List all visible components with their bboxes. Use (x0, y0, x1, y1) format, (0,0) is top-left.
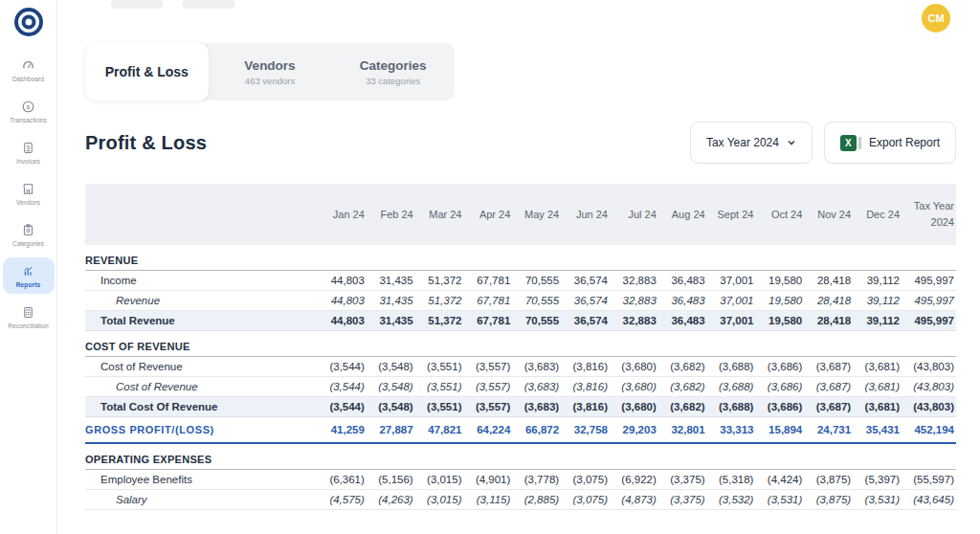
row-value: (3,548) (367, 377, 415, 397)
table-row[interactable]: Income44,80331,43551,37267,78170,55536,5… (85, 271, 956, 291)
tab-subtitle: 33 categories (366, 76, 420, 86)
row-value: 28,418 (804, 311, 853, 331)
sidebar-item-label: Categories (12, 240, 44, 247)
row-value: 19,580 (755, 311, 804, 331)
profit-loss-table: Jan 24Feb 24Mar 24Apr 24May 24Jun 24Jul … (85, 184, 956, 510)
row-value: 36,483 (658, 271, 707, 291)
row-value: (3,816) (561, 357, 610, 377)
row-value: (3,875) (804, 490, 853, 510)
sidebar-item-label: Transactions (10, 117, 47, 123)
top-blurred-pill (111, 0, 163, 9)
avatar[interactable]: CM (922, 4, 950, 33)
row-value: (3,778) (512, 470, 561, 490)
tab-title: Vendors (244, 58, 295, 73)
row-value: 70,555 (512, 271, 561, 291)
row-value (755, 245, 804, 271)
row-value (610, 443, 658, 470)
sidebar-item-reconciliation[interactable]: Reconciliation (3, 299, 55, 335)
table-column-header: Jan 24 (318, 184, 367, 245)
export-report-button[interactable]: X Export Report (824, 122, 956, 164)
tab-title: Profit & Loss (105, 64, 189, 79)
row-value: 32,883 (610, 311, 658, 331)
row-value: 15,894 (755, 417, 804, 444)
row-value (902, 331, 956, 357)
row-value: (4,575) (318, 490, 367, 510)
app-logo-icon (12, 6, 45, 38)
table-row[interactable]: Salary(4,575)(4,263)(3,015)(3,115)(2,885… (85, 490, 956, 510)
tax-year-dropdown[interactable]: Tax Year 2024 (690, 122, 813, 164)
tax-year-dropdown-label: Tax Year 2024 (706, 136, 779, 149)
row-label: Employee Benefits (85, 470, 318, 490)
sidebar-item-invoices[interactable]: $ Invoices (3, 134, 55, 170)
row-label: Salary (85, 490, 318, 510)
sidebar-item-vendors[interactable]: Vendors (3, 175, 55, 211)
row-value: (4,873) (610, 490, 658, 510)
dollar-circle-icon: $ (21, 100, 35, 114)
tab-vendors[interactable]: Vendors 463 vendors (209, 43, 332, 100)
row-value: (3,681) (853, 377, 902, 397)
row-value (367, 443, 415, 470)
row-value: 51,372 (415, 311, 464, 331)
row-value: (3,687) (804, 397, 853, 417)
row-value: 36,574 (561, 291, 610, 311)
row-value (561, 331, 610, 357)
row-value: 67,781 (463, 311, 512, 331)
row-value: 452,194 (902, 417, 956, 444)
row-value (804, 331, 853, 357)
row-value: (3,548) (367, 357, 415, 377)
row-value: (2,885) (512, 490, 561, 510)
row-value: 41,259 (318, 417, 367, 444)
export-report-label: Export Report (869, 136, 940, 149)
row-value: 31,435 (367, 291, 415, 311)
row-value (658, 331, 707, 357)
row-value: 33,313 (707, 417, 756, 444)
table-row: REVENUE (85, 245, 956, 271)
sidebar-item-categories[interactable]: Categories (3, 216, 55, 253)
sidebar-item-dashboard[interactable]: Dashboard (3, 52, 55, 88)
row-value: (3,557) (463, 397, 512, 417)
row-value: 32,758 (561, 417, 610, 444)
row-value: (3,816) (561, 397, 610, 417)
tab-profit-and-loss[interactable]: Profit & Loss (85, 43, 209, 100)
row-value (367, 331, 415, 357)
row-value: 37,001 (707, 291, 756, 311)
report-tabs: Profit & Loss Vendors 463 vendors Catego… (85, 43, 455, 100)
row-value: 32,883 (610, 271, 658, 291)
row-value: (3,375) (658, 470, 707, 490)
row-value (804, 245, 853, 271)
table-column-header: Nov 24 (804, 184, 853, 245)
table-row[interactable]: Revenue44,80331,43551,37267,78170,55536,… (85, 291, 956, 311)
row-value (463, 245, 512, 271)
row-value: (3,681) (853, 357, 902, 377)
row-value: (5,156) (367, 470, 415, 490)
sidebar-item-reports[interactable]: Reports (3, 257, 55, 294)
svg-text:$: $ (27, 145, 31, 150)
row-label: REVENUE (85, 245, 318, 271)
row-value: (4,424) (755, 470, 804, 490)
row-value: 495,997 (902, 311, 956, 331)
table-row[interactable]: Cost of Revenue(3,544)(3,548)(3,551)(3,5… (85, 357, 956, 377)
tab-categories[interactable]: Categories 33 categories (331, 43, 455, 100)
page-title: Profit & Loss (85, 132, 207, 154)
app-window: Dashboard $ Transactions $ Invoices V (0, 0, 980, 534)
row-label: COST OF REVENUE (85, 331, 318, 357)
row-value: 37,001 (707, 271, 756, 291)
row-value: (3,686) (755, 397, 804, 417)
row-value: (6,361) (318, 470, 367, 490)
table-row[interactable]: Cost of Revenue(3,544)(3,548)(3,551)(3,5… (85, 377, 956, 397)
storefront-icon (21, 182, 35, 196)
row-label: Total Revenue (85, 311, 318, 331)
row-value: (6,922) (610, 470, 658, 490)
row-value (902, 443, 956, 470)
row-value: (5,318) (707, 470, 756, 490)
clipboard-list-icon (21, 223, 35, 237)
sidebar-item-transactions[interactable]: $ Transactions (3, 93, 55, 129)
row-value: 51,372 (415, 291, 464, 311)
row-value: 67,781 (463, 291, 512, 311)
row-value: 39,112 (853, 271, 902, 291)
sidebar: Dashboard $ Transactions $ Invoices V (0, 0, 57, 534)
row-value: 31,435 (367, 311, 415, 331)
tab-title: Categories (360, 58, 427, 73)
row-value: (3,687) (804, 357, 853, 377)
table-row[interactable]: Employee Benefits(6,361)(5,156)(3,015)(4… (85, 470, 956, 490)
